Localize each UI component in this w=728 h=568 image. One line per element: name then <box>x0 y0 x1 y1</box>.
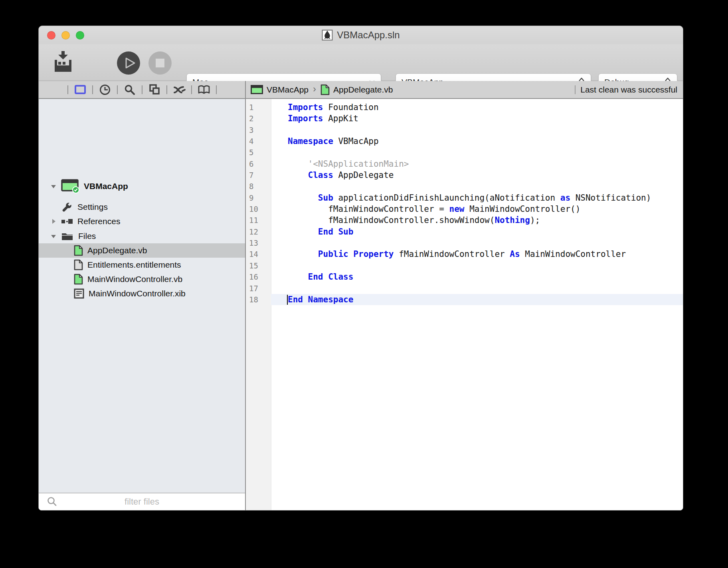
code-line[interactable]: fMainWindowController.showWindow(Nothing… <box>271 215 683 226</box>
disclosure-open-icon[interactable] <box>51 184 56 189</box>
pad-button-solution[interactable] <box>74 83 87 96</box>
code-line[interactable]: Public Property fMainWindowController As… <box>271 248 683 260</box>
code-line[interactable]: Namespace VBMacApp <box>271 136 683 147</box>
line-number[interactable]: 10 <box>246 203 271 215</box>
vb-file-icon <box>320 84 330 95</box>
status-message: Last clean was successful <box>580 85 677 95</box>
tree-item-label: VBMacApp <box>84 181 128 191</box>
status-area: Last clean was successful <box>575 85 677 95</box>
pad-button-tests[interactable] <box>173 83 186 96</box>
pad-button-copy[interactable] <box>148 83 161 96</box>
code-line[interactable] <box>271 147 683 158</box>
vb-file-icon <box>74 245 83 256</box>
separator <box>216 85 217 94</box>
xib-file-icon <box>74 288 84 299</box>
code-line[interactable]: Sub applicationDidFinishLaunching(aNotif… <box>271 192 683 203</box>
build-button[interactable] <box>51 50 75 75</box>
tree-item-label: Settings <box>77 202 108 212</box>
pad-button-search[interactable] <box>123 83 136 96</box>
tree-item-label: Files <box>78 231 96 241</box>
line-number[interactable]: 13 <box>246 237 271 248</box>
title-bar[interactable]: VBMacApp.sln <box>39 26 683 45</box>
breadcrumb: VBMacApp › AppDelegate.vb Last clean was… <box>245 81 683 98</box>
separator <box>67 85 68 94</box>
line-number[interactable]: 2 <box>246 113 271 124</box>
solution-pad-icon <box>74 85 86 95</box>
run-icon <box>117 51 140 75</box>
separator <box>166 85 167 94</box>
stop-button[interactable] <box>148 51 172 75</box>
sln-doc-icon[interactable] <box>322 30 333 41</box>
plain-file-icon <box>74 259 83 270</box>
code-line[interactable] <box>271 181 683 192</box>
disclosure-open-icon[interactable] <box>51 234 56 239</box>
code-line[interactable]: End Namespace <box>271 294 683 305</box>
line-number[interactable]: 1 <box>246 102 271 113</box>
line-number[interactable]: 14 <box>246 248 271 260</box>
tree-item-label: MainWindowController.vb <box>87 274 182 284</box>
breadcrumb-item-project[interactable]: VBMacApp <box>251 85 309 95</box>
zoom-button[interactable] <box>76 31 84 39</box>
code-line[interactable]: Imports AppKit <box>271 113 683 124</box>
separator <box>142 85 142 94</box>
line-numbers: 123456789101112131415161718 <box>246 102 271 305</box>
line-number[interactable]: 3 <box>246 124 271 136</box>
separator <box>575 85 576 94</box>
close-button[interactable] <box>47 31 55 39</box>
minimize-button[interactable] <box>61 31 70 39</box>
run-button[interactable] <box>117 51 140 75</box>
code-line[interactable] <box>271 237 683 248</box>
wrench-icon <box>61 201 73 213</box>
line-number[interactable]: 12 <box>246 226 271 237</box>
line-number[interactable]: 8 <box>246 181 271 192</box>
breadcrumb-item-file[interactable]: AppDelegate.vb <box>320 84 393 95</box>
filter-bar <box>39 493 245 510</box>
code-editor[interactable]: 123456789101112131415161718 Imports Foun… <box>246 99 683 510</box>
line-number[interactable]: 9 <box>246 192 271 203</box>
main-toolbar: Mac VBMacApp Debug <box>39 44 683 81</box>
project-window-icon <box>251 85 263 94</box>
line-number[interactable]: 4 <box>246 136 271 147</box>
tree-item-files[interactable]: Files <box>39 229 245 243</box>
line-number[interactable]: 18 <box>246 294 271 305</box>
tree-item-appdelegate-vb[interactable]: AppDelegate.vb <box>39 243 245 258</box>
code-line[interactable] <box>271 124 683 136</box>
line-number[interactable]: 7 <box>246 170 271 181</box>
tree-item-label: References <box>77 217 120 226</box>
line-number[interactable]: 5 <box>246 147 271 158</box>
code-line[interactable] <box>271 283 683 294</box>
line-number[interactable]: 11 <box>246 215 271 226</box>
code-line[interactable] <box>271 260 683 271</box>
tree-item-label: AppDelegate.vb <box>87 246 147 255</box>
book-icon <box>198 85 210 95</box>
line-number[interactable]: 15 <box>246 260 271 271</box>
code-line[interactable]: Class AppDelegate <box>271 170 683 181</box>
line-number[interactable]: 6 <box>246 158 271 170</box>
secondary-toolbar: VBMacApp › AppDelegate.vb Last clean was… <box>39 81 683 99</box>
separator <box>117 85 118 94</box>
pad-button-docs[interactable] <box>198 83 210 96</box>
code-line[interactable]: End Class <box>271 271 683 282</box>
code-line[interactable]: End Sub <box>271 226 683 237</box>
pane-splitter[interactable] <box>245 81 246 510</box>
tree-item-label: MainWindowController.xib <box>89 289 186 298</box>
filter-files-input[interactable] <box>39 496 245 507</box>
vb-file-icon <box>74 274 83 285</box>
disclosure-closed-icon[interactable] <box>51 219 56 224</box>
tree-item-label: Entitlements.entitlements <box>87 260 181 270</box>
copy-icon <box>148 84 160 96</box>
tree-item-references[interactable]: References <box>39 214 245 229</box>
code-line[interactable]: fMainWindowController = new MainWindowCo… <box>271 203 683 215</box>
tree-item-vbmacapp[interactable]: VBMacApp <box>39 179 245 193</box>
line-number[interactable]: 17 <box>246 283 271 294</box>
tree-item-mainwindowcontroller-vb[interactable]: MainWindowController.vb <box>39 272 245 286</box>
pad-button-history[interactable] <box>99 83 111 96</box>
code-line[interactable]: Imports Foundation <box>271 102 683 113</box>
line-number[interactable]: 16 <box>246 271 271 282</box>
references-icon <box>61 217 73 226</box>
tree-item-settings[interactable]: Settings <box>39 200 245 214</box>
tree-item-entitlements-entitlements[interactable]: Entitlements.entitlements <box>39 258 245 272</box>
traffic-lights <box>47 31 84 39</box>
tree-item-mainwindowcontroller-xib[interactable]: MainWindowController.xib <box>39 286 245 301</box>
code-line[interactable]: '<NSApplicationMain> <box>271 158 683 170</box>
